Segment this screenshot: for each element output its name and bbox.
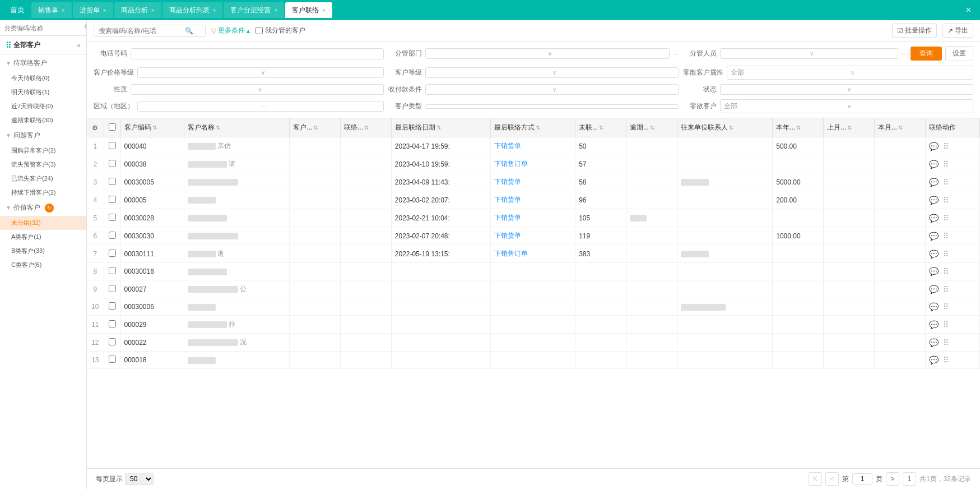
message-icon[interactable]: 💬 <box>929 285 939 294</box>
row-checkbox-cell[interactable] <box>104 334 120 352</box>
settings-column-header[interactable]: ⚙ <box>87 118 104 137</box>
more-icon[interactable]: ··· <box>673 50 679 58</box>
my-customers-check[interactable] <box>256 27 263 34</box>
grid-action-icon[interactable]: ⠿ <box>943 250 949 259</box>
col-header-type[interactable]: 客户...⇅ <box>290 118 341 137</box>
last-page-button[interactable]: 1 <box>903 472 916 486</box>
grade-select[interactable]: ∨ <box>425 67 679 78</box>
message-icon[interactable]: 💬 <box>929 232 939 241</box>
export-button[interactable]: ↗ 导出 <box>942 24 973 38</box>
last-way-cell[interactable] <box>490 316 575 334</box>
col-header-not-contact[interactable]: 未联...⇅ <box>575 118 626 137</box>
row-checkbox[interactable] <box>109 214 116 221</box>
message-icon[interactable]: 💬 <box>929 214 939 223</box>
row-checkbox[interactable] <box>109 267 116 274</box>
scatter-select[interactable]: 全部 ∨ <box>720 99 973 113</box>
grid-action-icon[interactable]: ⠿ <box>943 160 949 169</box>
row-checkbox[interactable] <box>109 302 116 310</box>
message-icon[interactable]: 💬 <box>929 320 939 329</box>
close-icon[interactable]: × <box>151 7 155 13</box>
last-way-cell[interactable]: 下销货单 <box>490 137 575 155</box>
row-checkbox-cell[interactable] <box>104 209 120 227</box>
last-way-cell[interactable] <box>490 352 575 369</box>
grid-action-icon[interactable]: ⠿ <box>943 196 949 205</box>
message-icon[interactable]: 💬 <box>929 160 939 169</box>
row-checkbox[interactable] <box>109 356 116 363</box>
tab-customer-contact[interactable]: 客户联络 × <box>285 2 332 18</box>
col-header-last-date[interactable]: 最后联络日期⇅ <box>391 118 490 137</box>
last-way-cell[interactable] <box>490 298 575 316</box>
col-header-overdue[interactable]: 逾期...⇅ <box>626 118 677 137</box>
message-icon[interactable]: 💬 <box>929 178 939 187</box>
reset-button[interactable]: 设置 <box>945 46 973 61</box>
message-icon[interactable]: 💬 <box>929 302 939 311</box>
col-header-name[interactable]: 客户名称⇅ <box>184 118 290 137</box>
row-checkbox-cell[interactable] <box>104 245 120 263</box>
more-icon[interactable]: ··· <box>902 50 907 58</box>
more-conditions-button[interactable]: ▽ 更多条件 ▴ <box>211 26 250 35</box>
status-select[interactable]: ∨ <box>720 84 973 95</box>
grid-action-icon[interactable]: ⠿ <box>943 178 949 187</box>
row-checkbox-cell[interactable] <box>104 173 120 191</box>
row-checkbox[interactable] <box>109 178 116 185</box>
tab-product-analysis-list[interactable]: 商品分析列表 × <box>162 2 223 18</box>
batch-ops-button[interactable]: ☑ 批量操作 <box>892 24 937 38</box>
row-checkbox[interactable] <box>109 142 116 149</box>
col-header-last-month[interactable]: 上月...⇅ <box>824 118 875 137</box>
tab-sales-order[interactable]: 销售单 × <box>31 2 72 18</box>
person-select[interactable]: ∨ <box>720 48 898 59</box>
nature-select[interactable]: ∨ <box>131 84 384 95</box>
row-checkbox-cell[interactable] <box>104 316 120 334</box>
sidebar-all-customers[interactable]: ⠿ 全部客户 « <box>0 36 86 55</box>
col-header-this-month[interactable]: 本月...⇅ <box>874 118 925 137</box>
close-icon[interactable]: × <box>322 7 326 13</box>
row-checkbox-cell[interactable] <box>104 263 120 280</box>
window-close-button[interactable]: × <box>962 5 976 15</box>
sidebar-item-7days[interactable]: 近7天待联络(0) <box>0 99 86 113</box>
attr-select[interactable]: 全部 ∨ <box>727 66 973 80</box>
row-checkbox-cell[interactable] <box>104 298 120 316</box>
sidebar-item-class-c[interactable]: C类客户(6) <box>0 258 86 272</box>
col-header-code[interactable]: 客户编码⇅ <box>120 118 184 137</box>
sidebar-item-loss-warning[interactable]: 流失预警客户(3) <box>0 158 86 172</box>
grid-action-icon[interactable]: ⠿ <box>943 302 949 311</box>
home-tab[interactable]: 首页 <box>4 5 30 15</box>
check-all-header[interactable] <box>104 118 120 137</box>
pay-select[interactable]: ∨ <box>425 84 679 95</box>
tab-product-analysis[interactable]: 商品分析 × <box>114 2 161 18</box>
tab-purchase-order[interactable]: 进货单 × <box>73 2 113 18</box>
grid-action-icon[interactable]: ⠿ <box>943 267 949 276</box>
page-size-select[interactable]: 50 100 200 <box>125 473 154 485</box>
close-icon[interactable]: × <box>274 7 277 13</box>
price-select[interactable]: ∨ <box>137 67 384 78</box>
sidebar-item-overdue[interactable]: 逾期未联络(30) <box>0 113 86 127</box>
message-icon[interactable]: 💬 <box>929 338 939 347</box>
row-checkbox-cell[interactable] <box>104 280 120 298</box>
last-way-cell[interactable]: 下销货单 <box>490 227 575 245</box>
query-button[interactable]: 查询 <box>911 47 942 61</box>
col-header-contact[interactable]: 联络...⇅ <box>340 118 391 137</box>
region-select[interactable]: ··· <box>137 101 384 112</box>
tab-customer-segment[interactable]: 客户分层经营 × <box>224 2 284 18</box>
sidebar-section-value[interactable]: ▼ 价值客户 ↻ <box>0 200 86 216</box>
row-checkbox-cell[interactable] <box>104 352 120 369</box>
sidebar-item-declining[interactable]: 持续下滑客户(2) <box>0 186 86 200</box>
sidebar-item-lost[interactable]: 已流失客户(24) <box>0 172 86 186</box>
last-way-cell[interactable] <box>490 334 575 352</box>
sidebar-item-class-a[interactable]: A类客户(1) <box>0 230 86 244</box>
grid-action-icon[interactable]: ⠿ <box>943 232 949 241</box>
grid-action-icon[interactable]: ⠿ <box>943 356 949 365</box>
sidebar-search-bar[interactable]: 🔍 <box>0 20 86 36</box>
check-all-checkbox[interactable] <box>109 123 116 131</box>
grid-action-icon[interactable]: ⠿ <box>943 142 949 151</box>
grid-action-icon[interactable]: ⠿ <box>943 320 949 329</box>
message-icon[interactable]: 💬 <box>929 267 939 276</box>
message-icon[interactable]: 💬 <box>929 356 939 365</box>
sidebar-search-input[interactable] <box>4 25 82 31</box>
row-checkbox[interactable] <box>109 196 116 203</box>
sidebar-item-today[interactable]: 今天待联络(0) <box>0 71 86 85</box>
first-page-button[interactable]: K <box>809 472 822 486</box>
row-checkbox-cell[interactable] <box>104 137 120 155</box>
grid-action-icon[interactable]: ⠿ <box>943 214 949 223</box>
row-checkbox[interactable] <box>109 285 116 292</box>
